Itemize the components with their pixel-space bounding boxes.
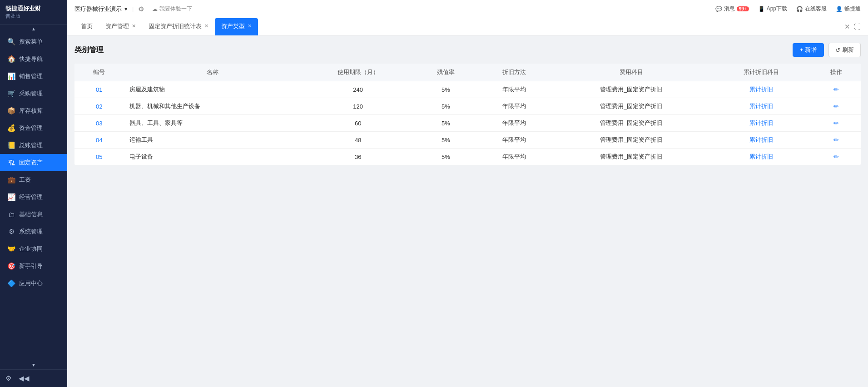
edit-icon-1[interactable]: ✏ xyxy=(833,103,839,110)
tab-expand-icon[interactable]: ⛶ xyxy=(854,23,861,30)
sidebar-item-salary[interactable]: 💼 工资 xyxy=(0,171,67,189)
topbar-settings-icon[interactable]: ⚙ xyxy=(138,5,144,13)
module-selector[interactable]: 医疗器械行业演示 ▾ xyxy=(74,5,128,13)
sidebar-label-apps: 应用中心 xyxy=(19,279,43,288)
sidebar: 畅捷通好业财 普及版 ▲ 🔍 搜索菜单 🏠 快捷导航 📊 销售管理 🛒 采购管理… xyxy=(0,0,67,387)
sales-icon: 📊 xyxy=(7,72,15,80)
tab-depreciation-stats-close[interactable]: ✕ xyxy=(204,23,208,29)
logo-title: 畅捷通好业财 xyxy=(5,5,62,13)
col-accum: 累计折旧科目 xyxy=(711,64,811,81)
tab-asset-type[interactable]: 资产类型 ✕ xyxy=(215,18,258,35)
cell-method-2: 年限平均 xyxy=(477,115,552,132)
tab-home[interactable]: 首页 xyxy=(74,18,99,35)
cell-accum-1: 累计折旧 xyxy=(711,98,811,115)
cell-name-2: 器具、工具、家具等 xyxy=(124,115,302,132)
sidebar-label-fixed: 固定资产 xyxy=(19,159,43,167)
cell-accum-3: 累计折旧 xyxy=(711,132,811,149)
sidebar-item-system[interactable]: ⚙ 系统管理 xyxy=(0,223,67,240)
col-months: 使用期限（月） xyxy=(301,64,415,81)
cell-residual-3: 5% xyxy=(415,132,477,149)
basic-icon: 🗂 xyxy=(7,211,15,218)
tab-asset-mgmt[interactable]: 资产管理 ✕ xyxy=(99,18,142,35)
tabs-actions: ✕ ⛶ xyxy=(844,23,861,31)
edit-icon-0[interactable]: ✏ xyxy=(833,86,839,93)
sidebar-item-quicknav[interactable]: 🏠 快捷导航 xyxy=(0,50,67,68)
sidebar-logo: 畅捷通好业财 普及版 xyxy=(0,0,67,25)
sidebar-item-purchase[interactable]: 🛒 采购管理 xyxy=(0,85,67,102)
sidebar-item-inventory[interactable]: 📦 库存核算 xyxy=(0,102,67,119)
purchase-icon: 🛒 xyxy=(7,89,15,98)
sidebar-label-basic: 基础信息 xyxy=(19,210,43,218)
table-header-row: 编号 名称 使用期限（月） 残值率 折旧方法 费用科目 累计折旧科目 操作 xyxy=(74,64,861,81)
scroll-up-arrow[interactable]: ▲ xyxy=(0,25,67,33)
edit-icon-2[interactable]: ✏ xyxy=(833,119,839,127)
refresh-label: 刷新 xyxy=(842,46,854,54)
cell-residual-0: 5% xyxy=(415,81,477,98)
user-item[interactable]: 👤 畅捷通 xyxy=(836,5,861,13)
settings-icon[interactable]: ⚙ xyxy=(5,374,11,382)
topbar: 医疗器械行业演示 ▾ | ⚙ ☁ 我要体验一下 💬 消息 99+ 📱 App下载… xyxy=(67,0,868,18)
sidebar-item-operations[interactable]: 📈 经营管理 xyxy=(0,189,67,206)
tab-depreciation-stats[interactable]: 固定资产折旧统计表 ✕ xyxy=(142,18,215,35)
cell-expense-4: 管理费用_固定资产折旧 xyxy=(552,149,711,165)
cell-months-4: 36 xyxy=(301,149,415,165)
tab-asset-mgmt-close[interactable]: ✕ xyxy=(132,23,136,29)
cell-id-2: 03 xyxy=(74,115,124,132)
sidebar-item-apps[interactable]: 🔷 应用中心 xyxy=(0,275,67,292)
message-item[interactable]: 💬 消息 99+ xyxy=(715,5,749,13)
edit-icon-3[interactable]: ✏ xyxy=(833,136,839,144)
trial-btn[interactable]: ☁ 我要体验一下 xyxy=(152,5,192,13)
trial-label: 我要体验一下 xyxy=(159,5,192,13)
topbar-right: 💬 消息 99+ 📱 App下载 🎧 在线客服 👤 畅捷通 xyxy=(715,5,861,13)
tab-asset-type-close[interactable]: ✕ xyxy=(248,23,252,29)
cell-residual-4: 5% xyxy=(415,149,477,165)
scroll-down-arrow[interactable]: ▼ xyxy=(0,361,67,369)
col-expense: 费用科目 xyxy=(552,64,711,81)
cell-months-1: 120 xyxy=(301,98,415,115)
cell-action-4[interactable]: ✏ xyxy=(811,149,861,165)
table-container: 编号 名称 使用期限（月） 残值率 折旧方法 费用科目 累计折旧科目 操作 01… xyxy=(74,64,861,165)
sidebar-bottom: ⚙ ◀◀ xyxy=(0,369,67,387)
app-download-item[interactable]: 📱 App下载 xyxy=(758,5,787,13)
cell-residual-1: 5% xyxy=(415,98,477,115)
collapse-icon[interactable]: ◀◀ xyxy=(19,374,30,382)
col-method: 折旧方法 xyxy=(477,64,552,81)
sidebar-item-basic[interactable]: 🗂 基础信息 xyxy=(0,206,67,223)
collab-icon: 🤝 xyxy=(7,245,15,253)
customer-service-item[interactable]: 🎧 在线客服 xyxy=(796,5,827,13)
cell-action-3[interactable]: ✏ xyxy=(811,132,861,149)
sidebar-item-guide[interactable]: 🎯 新手引导 xyxy=(0,258,67,275)
sidebar-item-search[interactable]: 🔍 搜索菜单 xyxy=(0,33,67,50)
page-header: 类别管理 + 新增 ↺ 刷新 xyxy=(74,43,861,57)
cell-action-1[interactable]: ✏ xyxy=(811,98,861,115)
table-row: 01 房屋及建筑物 240 5% 年限平均 管理费用_固定资产折旧 累计折旧 ✏ xyxy=(74,81,861,98)
tab-asset-type-label: 资产类型 xyxy=(221,22,245,30)
cell-accum-2: 累计折旧 xyxy=(711,115,811,132)
table-head: 编号 名称 使用期限（月） 残值率 折旧方法 费用科目 累计折旧科目 操作 xyxy=(74,64,861,81)
sidebar-item-ledger[interactable]: 📒 总账管理 xyxy=(0,137,67,154)
cell-action-2[interactable]: ✏ xyxy=(811,115,861,132)
cell-residual-2: 5% xyxy=(415,115,477,132)
sidebar-item-fixed[interactable]: 🏗 固定资产 xyxy=(0,154,67,171)
cell-method-4: 年限平均 xyxy=(477,149,552,165)
ledger-icon: 📒 xyxy=(7,141,15,149)
cloud-icon: ☁ xyxy=(152,6,158,12)
sidebar-item-fund[interactable]: 💰 资金管理 xyxy=(0,119,67,137)
col-residual: 残值率 xyxy=(415,64,477,81)
cell-expense-3: 管理费用_固定资产折旧 xyxy=(552,132,711,149)
cell-expense-2: 管理费用_固定资产折旧 xyxy=(552,115,711,132)
new-button[interactable]: + 新增 xyxy=(793,43,824,57)
cell-id-3: 04 xyxy=(74,132,124,149)
sidebar-item-collab[interactable]: 🤝 企业协同 xyxy=(0,240,67,258)
cell-action-0[interactable]: ✏ xyxy=(811,81,861,98)
system-icon: ⚙ xyxy=(7,228,15,236)
message-badge: 99+ xyxy=(737,6,749,11)
sidebar-item-sales[interactable]: 📊 销售管理 xyxy=(0,68,67,85)
cell-accum-4: 累计折旧 xyxy=(711,149,811,165)
page-actions: + 新增 ↺ 刷新 xyxy=(793,43,861,57)
cell-name-0: 房屋及建筑物 xyxy=(124,81,302,98)
edit-icon-4[interactable]: ✏ xyxy=(833,153,839,160)
cell-id-4: 05 xyxy=(74,149,124,165)
refresh-button[interactable]: ↺ 刷新 xyxy=(828,43,861,57)
tab-close-icon[interactable]: ✕ xyxy=(844,23,850,31)
